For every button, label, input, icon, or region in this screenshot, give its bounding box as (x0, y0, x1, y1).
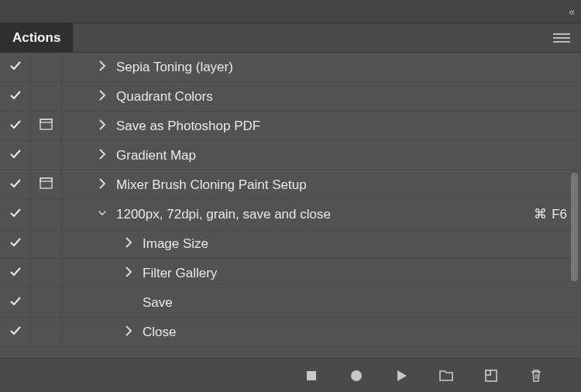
chevron-right-icon (98, 60, 106, 74)
checkmark-icon (9, 236, 22, 252)
delete-button[interactable] (527, 366, 545, 385)
panel-footer (0, 358, 581, 392)
stop-button[interactable] (302, 366, 321, 385)
disclosure-toggle[interactable] (88, 208, 116, 222)
action-row[interactable]: Close (0, 318, 581, 347)
action-label: Image Size (143, 236, 567, 252)
disclosure-toggle[interactable] (88, 149, 116, 163)
dialog-icon (40, 119, 53, 133)
dialog-toggle[interactable] (31, 200, 62, 229)
chevron-right-icon (98, 90, 106, 104)
toggle-checkbox[interactable] (0, 82, 31, 111)
toggle-checkbox[interactable] (0, 259, 31, 287)
disclosure-toggle[interactable] (88, 90, 116, 104)
dialog-toggle[interactable] (31, 170, 62, 199)
disclosure-toggle[interactable] (115, 266, 143, 280)
dialog-icon (40, 177, 53, 192)
chevron-right-icon (98, 149, 106, 163)
action-row[interactable]: Quadrant Colors (0, 82, 581, 112)
checkmark-icon (9, 266, 22, 281)
new-set-button[interactable] (437, 366, 456, 385)
checkmark-icon (9, 119, 22, 134)
toggle-checkbox[interactable] (0, 53, 31, 81)
svg-rect-5 (40, 178, 52, 188)
action-row[interactable]: Save (0, 288, 581, 318)
dialog-toggle[interactable] (31, 318, 62, 346)
action-label: Sepia Toning (layer) (116, 60, 567, 75)
tab-actions[interactable]: Actions (0, 23, 74, 52)
dialog-toggle[interactable] (31, 53, 62, 81)
action-row[interactable]: Save as Photoshop PDF (0, 112, 581, 141)
action-label: Save as Photoshop PDF (116, 119, 567, 134)
checkmark-icon (9, 89, 22, 105)
toggle-checkbox[interactable] (0, 200, 31, 229)
action-row[interactable]: Mixer Brush Cloning Paint Setup (0, 170, 581, 200)
toggle-checkbox[interactable] (0, 141, 31, 170)
action-label: Gradient Map (116, 148, 567, 163)
dialog-toggle[interactable] (31, 141, 62, 170)
record-icon (349, 368, 364, 383)
action-label: Mixer Brush Cloning Paint Setup (116, 177, 567, 193)
tab-bar: Actions (0, 23, 581, 53)
checkmark-icon (9, 295, 22, 311)
dialog-toggle[interactable] (31, 288, 62, 317)
disclosure-toggle[interactable] (88, 60, 116, 74)
shortcut-label: ⌘F6 (534, 206, 567, 222)
action-row[interactable]: Image Size (0, 229, 581, 259)
svg-rect-11 (486, 370, 490, 375)
action-label: 1200px, 72dpi, grain, save and close (116, 207, 534, 222)
toggle-checkbox[interactable] (0, 318, 31, 346)
chevron-right-icon (125, 325, 132, 339)
checkmark-icon (9, 148, 22, 163)
collapse-icon[interactable]: « (569, 5, 572, 18)
new-action-icon (483, 368, 499, 383)
dialog-toggle[interactable] (31, 112, 62, 140)
disclosure-toggle[interactable] (115, 325, 143, 339)
checkmark-icon (9, 207, 22, 222)
actions-panel: « Actions Sepia Toning (layer)Quadrant C… (0, 0, 581, 392)
play-button[interactable] (392, 366, 411, 385)
play-icon (394, 368, 409, 383)
actions-list: Sepia Toning (layer)Quadrant ColorsSave … (0, 53, 581, 358)
svg-point-8 (351, 370, 362, 381)
chevron-right-icon (98, 119, 106, 133)
action-row[interactable]: Filter Gallery (0, 259, 581, 288)
scrollbar-thumb[interactable] (571, 173, 578, 281)
stop-icon (304, 368, 319, 383)
svg-rect-3 (40, 119, 52, 129)
svg-rect-2 (553, 41, 570, 43)
toggle-checkbox[interactable] (0, 112, 31, 140)
toggle-checkbox[interactable] (0, 288, 31, 317)
dialog-toggle[interactable] (31, 229, 62, 258)
svg-rect-1 (553, 37, 570, 39)
svg-rect-6 (40, 178, 52, 181)
toggle-checkbox[interactable] (0, 170, 31, 199)
dialog-toggle[interactable] (31, 82, 62, 111)
action-label: Close (143, 325, 567, 340)
panel-menu-button[interactable] (542, 23, 581, 52)
svg-rect-4 (40, 119, 52, 122)
trash-icon (528, 368, 544, 383)
svg-rect-7 (307, 371, 316, 380)
disclosure-toggle[interactable] (88, 119, 116, 133)
chevron-right-icon (125, 237, 132, 251)
panel-header: « (0, 0, 581, 23)
action-label: Save (143, 295, 567, 311)
action-label: Quadrant Colors (116, 89, 567, 105)
action-row[interactable]: Sepia Toning (layer) (0, 53, 581, 82)
folder-icon (438, 368, 454, 383)
record-button[interactable] (347, 366, 366, 385)
new-action-button[interactable] (482, 366, 500, 385)
chevron-right-icon (98, 178, 106, 192)
disclosure-toggle[interactable] (115, 237, 143, 251)
checkmark-icon (9, 60, 22, 75)
dialog-toggle[interactable] (31, 259, 62, 287)
checkmark-icon (9, 325, 22, 340)
action-row[interactable]: 1200px, 72dpi, grain, save and close⌘F6 (0, 200, 581, 229)
tab-spacer (74, 23, 542, 52)
disclosure-toggle[interactable] (88, 178, 116, 192)
toggle-checkbox[interactable] (0, 229, 31, 258)
action-label: Filter Gallery (143, 266, 567, 281)
scrollbar-track[interactable] (570, 53, 579, 358)
action-row[interactable]: Gradient Map (0, 141, 581, 170)
